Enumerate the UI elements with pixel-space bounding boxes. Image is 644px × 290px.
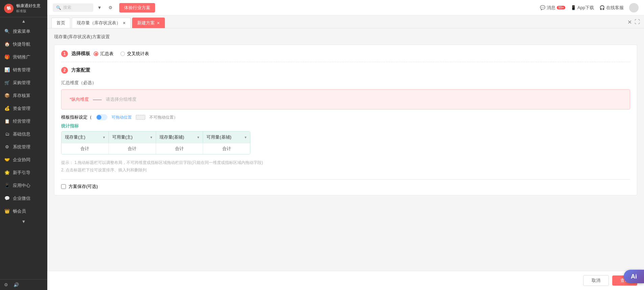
management-icon: 📋 [4, 118, 10, 124]
inventory-icon: 📦 [4, 93, 10, 99]
col0-chevron[interactable]: ▾ [103, 135, 105, 140]
stats-title: 统计指标 [61, 123, 630, 129]
topbar-dropdown[interactable]: ▼ [97, 5, 102, 10]
stats-cell-3: 合计 [203, 143, 250, 154]
sidebar-item-system[interactable]: ⚙ 系统管理 [0, 141, 47, 153]
system-icon: ⚙ [4, 144, 10, 150]
indicator-toggle[interactable] [96, 114, 107, 120]
industry-btn[interactable]: 体验行业方案 [119, 3, 155, 13]
step1-label: 选择模板 [71, 51, 90, 57]
topbar-search-placeholder: 搜索 [63, 5, 71, 10]
user-avatar[interactable] [629, 3, 639, 13]
sidebar-item-finance[interactable]: 💰 资金管理 [0, 102, 47, 115]
tab-inventory-status[interactable]: 现存量（库存状况表） ✕ [72, 18, 131, 28]
stats-cell-2: 合计 [156, 143, 203, 154]
stats-cell-1: 合计 [109, 143, 156, 154]
finance-icon: 💰 [4, 105, 10, 112]
main-area: 🔍 搜索 ▼ ⚙ 体验行业方案 💬 消息 99+ 📱 App下载 🎧 在线客服 [47, 0, 644, 290]
stats-table: 现存量(主) ▾ 可用量(主) ▾ 现存量(基辅) ▾ 可用量(基辅) [61, 131, 250, 154]
speaker-icon[interactable]: 🔊 [14, 282, 19, 287]
member-icon: 👑 [4, 208, 10, 214]
logo-icon: 畅 [4, 4, 14, 13]
step1-number: 1 [61, 50, 68, 57]
save-option-label: 方案保存(可选) [69, 184, 98, 190]
sidebar-item-wechat[interactable]: 💬 企业微信 [0, 192, 47, 205]
col1-chevron[interactable]: ▾ [150, 135, 152, 140]
sidebar-item-search[interactable]: 🔍 搜索菜单 [0, 25, 47, 38]
quick-nav-icon: 🏠 [4, 41, 10, 47]
tab-close-all-icon[interactable]: ✕ [627, 19, 632, 25]
col3-chevron[interactable]: ▾ [245, 135, 247, 140]
sidebar-scroll-down[interactable]: ▼ [0, 218, 47, 225]
sidebar-scroll-up[interactable]: ▲ [0, 17, 47, 25]
topbar-right: 💬 消息 99+ 📱 App下载 🎧 在线客服 [540, 3, 639, 13]
dimension-placeholder: 请选择分组维度 [106, 96, 137, 102]
dimension-required-mark: *纵向维度 [70, 96, 89, 102]
tab-inventory-status-close[interactable]: ✕ [123, 21, 126, 25]
online-service-btn[interactable]: 🎧 在线客服 [599, 5, 624, 11]
app-download-btn[interactable]: 📱 App下载 [571, 5, 594, 11]
stats-col-0[interactable]: 现存量(主) ▾ [61, 131, 109, 143]
cancel-button[interactable]: 取消 [583, 275, 609, 286]
newbie-icon: 🌟 [4, 170, 10, 176]
fixed-label: 不可拖动位置） [149, 115, 178, 120]
sidebar-item-sales[interactable]: 📊 销售管理 [0, 64, 47, 76]
content-area: 现存量(库存状况表)方案设置 1 选择模板 汇总表 交叉统计表 [47, 28, 644, 271]
topbar-search-box[interactable]: 🔍 搜索 [53, 3, 93, 12]
tab-expand-icon[interactable]: ⛶ [635, 19, 640, 25]
settings-icon[interactable]: ⚙ [4, 282, 8, 287]
step2-label: 方案配置 [71, 67, 90, 73]
sidebar-logo: 畅 畅康通好生意 标准版 [0, 0, 47, 17]
dimension-separator: —— [93, 97, 102, 102]
stats-col-3[interactable]: 可用量(基辅) ▾ [203, 131, 250, 143]
sidebar-item-enterprise[interactable]: 🤝 企业协同 [0, 153, 47, 166]
sidebar-item-inventory[interactable]: 📦 库存核算 [0, 89, 47, 102]
tabbar: 首页 现存量（库存状况表） ✕ 新建方案 ✕ ✕ ⛶ [47, 16, 644, 28]
save-option-checkbox[interactable] [61, 184, 66, 189]
topbar-gear-icon[interactable]: ⚙ [106, 3, 115, 13]
marketing-icon: 🎁 [4, 54, 10, 60]
tab-new-scheme[interactable]: 新建方案 ✕ [132, 18, 165, 28]
col2-chevron[interactable]: ▾ [197, 135, 199, 140]
sidebar-item-app-center[interactable]: 📱 应用中心 [0, 179, 47, 192]
sidebar-bottom: ⚙ 🔊 [0, 279, 47, 290]
sidebar-item-quick-nav[interactable]: 🏠 快捷导航 [0, 38, 47, 51]
divider-1 [61, 62, 630, 62]
step1-header: 1 选择模板 汇总表 交叉统计表 [61, 50, 630, 57]
indicator-label-text: 模板指标设定（ [61, 114, 92, 120]
page-title: 现存量(库存状况表)方案设置 [54, 34, 637, 40]
sidebar-item-management[interactable]: 📋 经营管理 [0, 115, 47, 128]
sidebar-item-basic-info[interactable]: 🗂 基础信息 [0, 128, 47, 141]
stats-cell-0: 合计 [61, 143, 109, 154]
dimension-box: *纵向维度 —— 请选择分组维度 [61, 89, 630, 110]
tab-new-scheme-close[interactable]: ✕ [157, 21, 160, 25]
stats-col-1[interactable]: 可用量(主) ▾ [109, 131, 156, 143]
radio-cross[interactable]: 交叉统计表 [120, 51, 149, 57]
ai-fab-button[interactable]: Ai [624, 270, 644, 283]
radio-summary[interactable]: 汇总表 [94, 51, 114, 57]
step2-header: 2 方案配置 [61, 67, 630, 74]
tab-home[interactable]: 首页 [51, 18, 70, 28]
radio-summary-circle [94, 51, 98, 56]
config-section: 汇总维度（必选） *纵向维度 —— 请选择分组维度 模板指标设定（ 可拖动位置 … [61, 78, 630, 174]
tips-section: 提示： 1.拖动标题栏可以调整布局，不可跨维度或指标区域拖动栏目字段(只能在同一… [61, 159, 630, 174]
basic-info-icon: 🗂 [4, 131, 10, 137]
wechat-icon: 💬 [4, 195, 10, 201]
message-btn[interactable]: 💬 消息 99+ [540, 5, 565, 11]
tip-line-2: 2. 点击标题栏下拉可设置排序、插入列和删除列 [61, 167, 630, 174]
logo-text: 畅康通好生意 标准版 [16, 3, 41, 14]
stats-col-2[interactable]: 现存量(基辅) ▾ [156, 131, 203, 143]
footer: 取消 查询 [47, 271, 644, 290]
headset-icon: 🎧 [599, 5, 605, 10]
radio-cross-circle [120, 51, 125, 56]
topbar-search-icon: 🔍 [56, 5, 61, 10]
drag-label: 可拖动位置 [112, 115, 132, 120]
template-options: 汇总表 交叉统计表 [94, 51, 149, 57]
fixed-legend-dot [136, 115, 145, 120]
sidebar-item-member[interactable]: 👑 畅会员 [0, 205, 47, 218]
stats-table-header: 现存量(主) ▾ 可用量(主) ▾ 现存量(基辅) ▾ 可用量(基辅) [61, 131, 250, 143]
sidebar-item-purchase[interactable]: 🛒 采购管理 [0, 76, 47, 89]
sidebar-item-marketing[interactable]: 🎁 营销推广 [0, 51, 47, 64]
indicator-label-row: 模板指标设定（ 可拖动位置 不可拖动位置） [61, 114, 630, 120]
sidebar-item-newbie[interactable]: 🌟 新手引导 [0, 166, 47, 179]
